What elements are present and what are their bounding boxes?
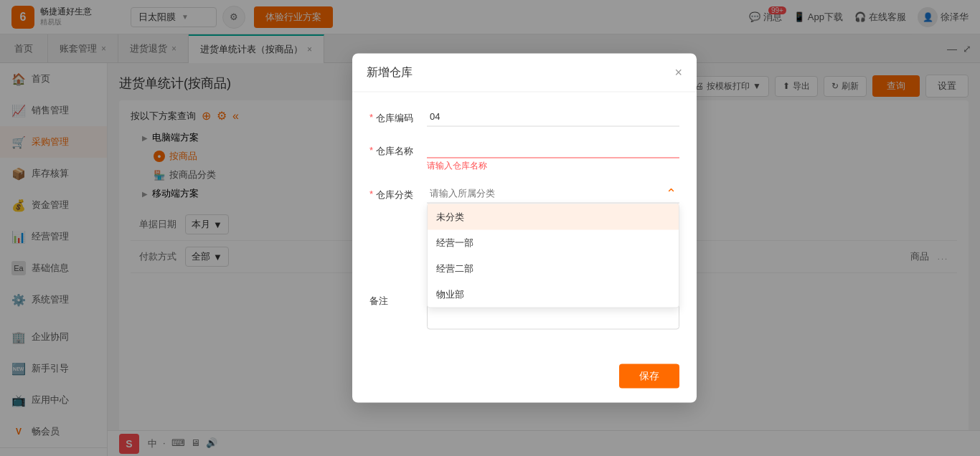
modal-footer: 保存 (352, 356, 697, 403)
save-button[interactable]: 保存 (619, 364, 679, 389)
dropdown-item-unclassified[interactable]: 未分类 (428, 204, 679, 230)
new-warehouse-modal: 新增仓库 × * 仓库编码 * 仓库名称 请输入仓库名称 * (352, 54, 697, 403)
dropdown-item-dept2[interactable]: 经营二部 (428, 256, 679, 282)
code-label: * 仓库编码 (369, 107, 427, 125)
note-label: 备注 (369, 290, 427, 308)
modal-title: 新增仓库 (367, 65, 413, 80)
category-input[interactable] (427, 184, 679, 204)
name-input[interactable] (427, 138, 679, 158)
dropdown-item-dept1[interactable]: 经营一部 (428, 230, 679, 256)
category-dropdown: 未分类 经营一部 经营二部 物业部 (427, 204, 679, 308)
category-row: * 仓库分类 ⌃ 未分类 经营一部 经营二部 物业部 (369, 184, 679, 204)
name-label: * 仓库名称 (369, 139, 427, 157)
modal-body: * 仓库编码 * 仓库名称 请输入仓库名称 * 仓库分类 (352, 92, 697, 356)
code-input[interactable] (427, 107, 679, 127)
modal-header: 新增仓库 × (352, 54, 697, 92)
name-row: * 仓库名称 请输入仓库名称 (369, 138, 679, 172)
name-error-msg: 请输入仓库名称 (427, 160, 487, 172)
modal-close-button[interactable]: × (674, 65, 682, 80)
dropdown-item-property[interactable]: 物业部 (428, 282, 679, 308)
category-select-wrap: ⌃ (427, 184, 679, 204)
category-label: * 仓库分类 (369, 184, 427, 201)
code-row: * 仓库编码 (369, 107, 679, 127)
